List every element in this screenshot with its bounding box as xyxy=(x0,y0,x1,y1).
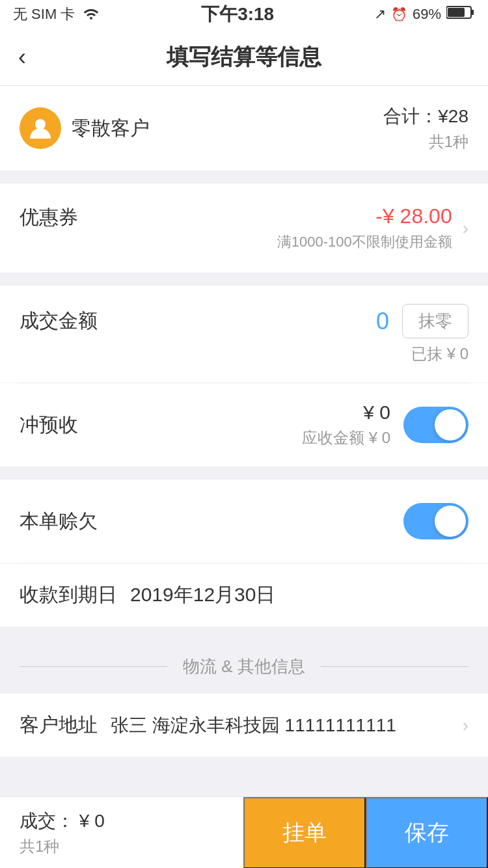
battery-icon xyxy=(446,5,475,23)
content-area: 零散客户 合计：¥28 共1种 优惠券 -¥ 28.00 满1000-100不限… xyxy=(0,86,488,848)
prereceive-right: ¥ 0 应收金额 ¥ 0 xyxy=(302,401,468,448)
customer-count: 共1种 xyxy=(383,131,468,152)
prereceive-label: 冲预收 xyxy=(20,412,78,439)
wifi-icon xyxy=(81,5,101,23)
prereceive-amount: ¥ 0 xyxy=(302,401,390,424)
divider-1 xyxy=(0,170,488,183)
divider-3 xyxy=(0,467,488,480)
coupon-row[interactable]: 优惠券 -¥ 28.00 满1000-100不限制使用金额 › xyxy=(0,183,488,273)
nav-bar: ‹ 填写结算等信息 xyxy=(0,29,488,86)
customer-section: 零散客户 合计：¥28 共1种 xyxy=(0,86,488,170)
bottom-deal-label: 成交： xyxy=(20,811,74,831)
logistics-line-left xyxy=(20,666,167,667)
prereceive-values: ¥ 0 应收金额 ¥ 0 xyxy=(302,401,390,448)
battery-label: 69% xyxy=(413,6,441,23)
amount-row: 成交金额 0 抹零 xyxy=(20,304,468,338)
divider-4 xyxy=(0,627,488,640)
hang-order-button[interactable]: 挂单 xyxy=(243,797,366,869)
prereceive-sub: 应收金额 ¥ 0 xyxy=(302,427,390,448)
prereceive-toggle[interactable] xyxy=(403,407,468,443)
bottom-bar: 成交： ¥ 0 共1种 挂单 保存 xyxy=(0,796,488,868)
coupon-right: -¥ 28.00 满1000-100不限制使用金额 › xyxy=(277,204,468,252)
bottom-info: 成交： ¥ 0 共1种 xyxy=(0,809,243,857)
amount-section: 成交金额 0 抹零 已抹 ¥ 0 xyxy=(0,286,488,383)
alarm-icon: ⏰ xyxy=(391,7,407,22)
customer-total: 合计：¥28 xyxy=(383,104,468,129)
duedate-label: 收款到期日 xyxy=(20,582,117,608)
toggle-knob xyxy=(435,409,466,441)
svg-rect-2 xyxy=(448,8,465,17)
customer-avatar xyxy=(20,107,61,149)
duedate-row: 收款到期日 2019年12月30日 xyxy=(20,582,468,608)
debit-toggle-knob xyxy=(435,506,466,537)
svg-point-3 xyxy=(35,119,46,129)
address-label: 客户地址 xyxy=(20,712,98,739)
duedate-value: 2019年12月30日 xyxy=(130,582,275,608)
status-bar: 无 SIM 卡 下午3:18 ↗ ⏰ 69% xyxy=(0,0,488,29)
sim-label: 无 SIM 卡 xyxy=(13,5,75,24)
amount-right: 0 抹零 xyxy=(376,304,468,338)
bottom-deal-value: ¥ 0 xyxy=(79,811,105,831)
coupon-chevron: › xyxy=(463,218,468,239)
customer-name: 零散客户 xyxy=(72,115,150,142)
coupon-label: 优惠券 xyxy=(20,204,78,231)
logistics-header: 物流 & 其他信息 xyxy=(0,640,488,694)
bottom-deal: 成交： ¥ 0 xyxy=(20,809,224,834)
divider-5 xyxy=(0,757,488,770)
prereceive-section: 冲预收 ¥ 0 应收金额 ¥ 0 xyxy=(0,383,488,467)
logistics-title: 物流 & 其他信息 xyxy=(167,655,321,678)
status-time: 下午3:18 xyxy=(201,2,274,27)
status-left: 无 SIM 卡 xyxy=(13,5,101,24)
address-value: 张三 海淀永丰科技园 11111111111 xyxy=(111,713,450,738)
amount-sub: 已抹 ¥ 0 xyxy=(20,344,468,364)
back-button[interactable]: ‹ xyxy=(18,44,26,71)
address-section[interactable]: 客户地址 张三 海淀永丰科技园 11111111111 › xyxy=(0,694,488,757)
save-button[interactable]: 保存 xyxy=(366,797,488,869)
bottom-count: 共1种 xyxy=(20,836,224,857)
round-zero-button[interactable]: 抹零 xyxy=(402,304,468,338)
amount-value: 0 xyxy=(376,308,389,335)
debit-toggle[interactable] xyxy=(403,503,468,539)
duedate-section: 收款到期日 2019年12月30日 xyxy=(0,563,488,627)
debit-label: 本单赊欠 xyxy=(20,508,98,535)
logistics-line-right xyxy=(321,666,468,667)
coupon-desc: 满1000-100不限制使用金额 xyxy=(277,232,452,252)
divider-2 xyxy=(0,273,488,286)
customer-left: 零散客户 xyxy=(20,107,150,149)
location-icon: ↗ xyxy=(374,6,386,23)
svg-rect-1 xyxy=(471,10,474,15)
status-right: ↗ ⏰ 69% xyxy=(374,5,475,23)
amount-label: 成交金额 xyxy=(20,308,98,334)
page-title: 填写结算等信息 xyxy=(167,42,321,72)
customer-right: 合计：¥28 共1种 xyxy=(383,104,468,152)
coupon-discount: -¥ 28.00 xyxy=(277,204,452,228)
debit-section: 本单赊欠 xyxy=(0,480,488,563)
address-chevron: › xyxy=(463,715,468,736)
